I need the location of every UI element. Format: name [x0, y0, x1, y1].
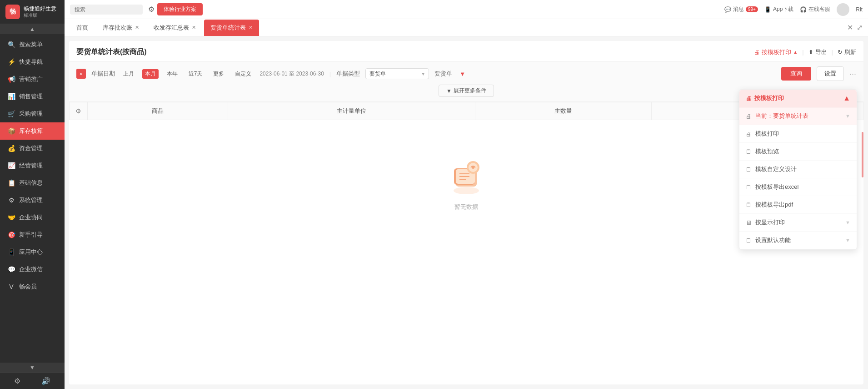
chevron-up-icon: ▲ — [793, 50, 798, 55]
date-btn-this-month[interactable]: 本月 — [142, 69, 159, 79]
svg-point-0 — [454, 187, 479, 194]
right-scrollbar[interactable] — [862, 132, 863, 177]
sidebar: 畅 畅捷通好生意 标准版 ▲ 🔍 搜索菜单 ⚡ 快捷导航 📢 营销推广 📊 销售… — [0, 0, 65, 389]
printer-header-icon: 🖨 — [746, 95, 752, 102]
tab-close-inventory-batch[interactable]: ✕ — [135, 25, 139, 30]
message-badge: 99+ — [746, 6, 758, 12]
dropdown-current-template[interactable]: 🖨 当前：要货单统计表 ▼ — [739, 107, 857, 125]
tab-close-receipt-summary[interactable]: ✕ — [192, 25, 196, 30]
template-print-button[interactable]: 🖨 按模板打印 ▲ — [754, 48, 798, 56]
sidebar-item-wechat[interactable]: 💬 企业微信 — [0, 261, 65, 278]
sidebar-item-member[interactable]: V 畅会员 — [0, 278, 65, 295]
chevron-right-icon-current: ▼ — [845, 113, 850, 119]
page-inner: 要货单统计表(按商品) 🖨 按模板打印 ▲ | ⬆ 导出 | ↻ — [69, 41, 863, 384]
more-options-icon[interactable]: ··· — [849, 69, 856, 79]
tab-inventory-batch[interactable]: 库存批次账 ✕ — [96, 20, 145, 36]
header-actions: ⚙ 体验行业方案 — [148, 3, 203, 15]
sidebar-item-sales[interactable]: 📊 销售管理 — [0, 88, 65, 105]
tab-order-stats[interactable]: 要货单统计表 ✕ — [204, 20, 259, 36]
sidebar-item-shortcut[interactable]: ⚡ 快捷导航 — [0, 53, 65, 71]
tab-close-order-stats[interactable]: ✕ — [249, 25, 253, 30]
dropdown-item-export-excel[interactable]: 🗒 按模板导出excel — [739, 178, 857, 196]
dropdown-close-btn[interactable]: ▲ — [843, 94, 850, 102]
th-settings[interactable]: ⚙ — [70, 102, 88, 120]
sidebar-item-marketing[interactable]: 📢 营销推广 — [0, 71, 65, 88]
logo-text: 畅捷通好生意 标准版 — [24, 5, 56, 19]
wechat-icon: 💬 — [7, 266, 15, 273]
order-type-toggle[interactable]: ▼ — [458, 71, 467, 77]
date-btn-more[interactable]: 更多 — [210, 69, 227, 79]
date-btn-this-year[interactable]: 本年 — [164, 69, 180, 79]
settings-icon: ⚙ — [14, 377, 20, 385]
dropdown-item-template-custom[interactable]: 🗒 模板自定义设计 — [739, 161, 857, 178]
chevron-right-display-print: ▼ — [845, 220, 850, 225]
template-print-icon: 🖨 — [746, 131, 752, 137]
order-type-label: 要货单 — [434, 70, 452, 78]
sidebar-settings-btn[interactable]: ⚙ — [14, 377, 20, 385]
tab-receipt-summary[interactable]: 收发存汇总表 ✕ — [147, 20, 202, 36]
settings-button[interactable]: 设置 — [817, 66, 844, 81]
sidebar-item-appcenter[interactable]: 📱 应用中心 — [0, 243, 65, 261]
svg-point-6 — [472, 166, 474, 169]
th-unit: 主计量单位 — [228, 102, 475, 120]
sidebar-speaker-btn[interactable]: 🔊 — [41, 377, 50, 385]
inventory-icon: 📦 — [7, 127, 15, 135]
type-select[interactable]: 要货单 — [365, 68, 429, 79]
refresh-button[interactable]: ↻ 刷新 — [838, 48, 856, 56]
tabs-right: ✕ ⤢ — [847, 23, 863, 32]
query-button[interactable]: 查询 — [781, 67, 811, 81]
sidebar-item-operation[interactable]: 📈 经营管理 — [0, 157, 65, 174]
filter-expand-icon[interactable]: » — [76, 69, 86, 79]
download-icon: 📱 — [764, 6, 771, 13]
sidebar-item-system[interactable]: ⚙ 系统管理 — [0, 192, 65, 209]
avatar[interactable] — [837, 3, 849, 16]
sidebar-item-enterprise[interactable]: 🤝 企业协同 — [0, 209, 65, 226]
sidebar-item-basic[interactable]: 📋 基础信息 — [0, 174, 65, 192]
export-icon: ⬆ — [808, 49, 813, 56]
template-print-dropdown: 🖨 按模板打印 ▲ 🖨 当前：要货单统计表 ▼ 🖨 — [739, 89, 857, 250]
sidebar-item-search[interactable]: 🔍 搜索菜单 — [0, 36, 65, 53]
trial-button[interactable]: 体验行业方案 — [157, 3, 203, 15]
main-area: ⚙ 体验行业方案 💬 消息 99+ 📱 App下载 🎧 在线客服 Rit — [65, 0, 868, 389]
dropdown-item-export-pdf[interactable]: 🗒 按模板导出pdf — [739, 196, 857, 214]
dropdown-item-set-default[interactable]: 🗒 设置默认功能 ▼ — [739, 232, 857, 249]
header-gear-btn[interactable]: ⚙ — [148, 5, 155, 14]
message-badge-item[interactable]: 💬 消息 99+ — [724, 5, 758, 13]
app-logo: 畅 畅捷通好生意 标准版 — [0, 0, 65, 24]
online-service-item[interactable]: 🎧 在线客服 — [800, 5, 830, 13]
template-custom-icon: 🗒 — [746, 166, 752, 173]
app-download-item[interactable]: 📱 App下载 — [764, 5, 793, 13]
speaker-icon: 🔊 — [41, 377, 50, 385]
export-button[interactable]: ⬆ 导出 — [808, 48, 827, 56]
date-btn-custom[interactable]: 自定义 — [232, 69, 254, 79]
type-select-wrap: 要货单 ▼ — [365, 68, 429, 79]
sidebar-item-inventory[interactable]: 📦 库存核算 — [0, 122, 65, 140]
sidebar-scroll-up[interactable]: ▲ — [0, 24, 65, 34]
date-btn-7days[interactable]: 近7天 — [186, 69, 205, 79]
th-quantity: 主数量 — [475, 102, 651, 120]
sidebar-item-fund[interactable]: 💰 资金管理 — [0, 140, 65, 157]
expand-more-conditions-btn[interactable]: ▼ 展开更多条件 — [439, 85, 494, 97]
page-title-bar: 要货单统计表(按商品) 🖨 按模板打印 ▲ | ⬆ 导出 | ↻ — [69, 41, 863, 62]
dropdown-item-display-print[interactable]: 🖥 按显示打印 ▼ — [739, 214, 857, 232]
sidebar-footer: ⚙ 🔊 — [0, 373, 65, 389]
date-btn-last-month[interactable]: 上月 — [120, 69, 137, 79]
sidebar-scroll-down[interactable]: ▼ — [0, 363, 65, 373]
dropdown-header-left: 🖨 按模板打印 — [746, 94, 784, 102]
gear-icon-th[interactable]: ⚙ — [75, 107, 81, 115]
type-filter-label: 单据类型 — [336, 70, 360, 78]
tab-close-all-btn[interactable]: ✕ — [847, 23, 853, 32]
set-default-icon: 🗒 — [746, 237, 752, 244]
tab-home[interactable]: 首页 — [70, 20, 95, 36]
dropdown-item-template-preview[interactable]: 🗒 模板预览 — [739, 143, 857, 161]
gear-icon: ⚙ — [148, 5, 155, 13]
dropdown-header: 🖨 按模板打印 ▲ — [739, 90, 857, 107]
sidebar-item-beginner[interactable]: 🎯 新手引导 — [0, 226, 65, 243]
dropdown-item-template-print[interactable]: 🖨 模板打印 — [739, 125, 857, 143]
chevron-down-icon: ▼ — [446, 88, 452, 94]
purchase-icon: 🛒 — [7, 110, 15, 117]
tab-maximize-btn[interactable]: ⤢ — [857, 23, 863, 32]
sidebar-item-purchase[interactable]: 🛒 采购管理 — [0, 105, 65, 122]
fund-icon: 💰 — [7, 145, 15, 152]
search-input[interactable] — [70, 5, 143, 15]
